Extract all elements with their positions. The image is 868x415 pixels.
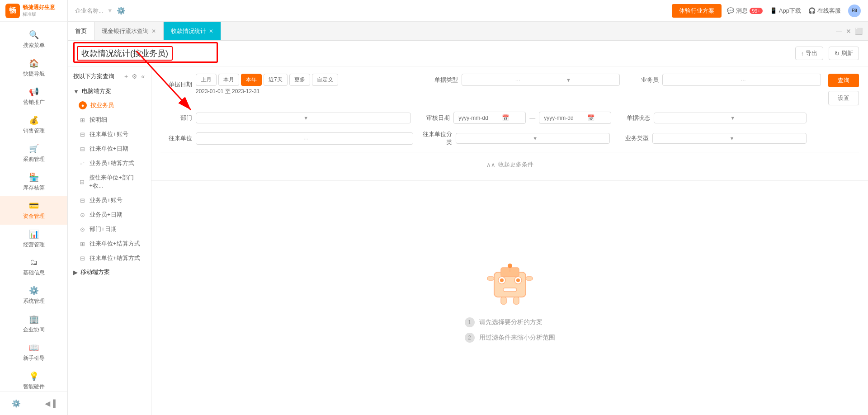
- messages-btn[interactable]: 💬 消息 99+: [727, 7, 763, 15]
- export-btn[interactable]: ↑ 导出: [795, 47, 824, 60]
- topbar-gear[interactable]: ⚙️: [117, 6, 126, 15]
- partner-select[interactable]: ···: [196, 132, 413, 145]
- partner-dots: ···: [303, 135, 406, 142]
- voucher-type-label: 单据类型: [426, 76, 458, 84]
- scheme-item-partner-settlement2[interactable]: ⊟ 往来单位+结算方式: [68, 251, 151, 265]
- trial-btn[interactable]: 体验行业方案: [672, 4, 722, 18]
- sidebar-item-basic[interactable]: 🗂 基础信息: [0, 253, 67, 281]
- sidebar-footer: ⚙️ ◀▐: [0, 391, 67, 415]
- step-2-num: 2: [465, 333, 475, 343]
- sidebar-item-sales[interactable]: 💰 销售管理: [0, 111, 67, 139]
- tab-collection-stat-close[interactable]: ✕: [209, 28, 213, 34]
- query-btn[interactable]: 查询: [828, 74, 859, 87]
- scheme-item-by-detail[interactable]: ⊞ 按明细: [68, 113, 151, 127]
- topbar-nav: 企业名称... ▼ ⚙️: [75, 6, 666, 15]
- desktop-section-label: 电脑端方案: [82, 87, 111, 95]
- tab-bank-flow-close[interactable]: ✕: [151, 28, 156, 34]
- review-date-group: 审核日期 📅 — 📅: [418, 112, 611, 124]
- partner-settlement1-icon: ⊞: [79, 241, 86, 247]
- biz-type-select[interactable]: ▼: [652, 133, 807, 144]
- scheme-list: ● 按业务员 ⊞ 按明细 ⊟ 往来单位+账号 ⊟ 往来单位+日期: [68, 98, 151, 265]
- filter-row-3: 往来单位 ··· 往来单位分类 ▼: [160, 130, 859, 146]
- online-service-btn[interactable]: 🎧 在线客服: [808, 7, 841, 15]
- app-download-btn[interactable]: 📱 App下载: [770, 7, 801, 15]
- sidebar-item-smart[interactable]: 💡 智能硬件: [0, 367, 67, 391]
- scheme-item-dept-date[interactable]: ⊙ 部门+日期: [68, 222, 151, 236]
- sidebar-item-purchase[interactable]: 🛒 采购管理: [0, 139, 67, 168]
- svg-rect-11: [501, 297, 506, 304]
- query-btns: 查询 设置: [828, 74, 859, 105]
- collapse-sidebar-icon[interactable]: ◀▐: [42, 396, 58, 410]
- tab-home[interactable]: 首页: [68, 22, 94, 40]
- tab-collection-stat[interactable]: 收款情况统计 ✕: [164, 22, 221, 40]
- step-1-num: 1: [465, 317, 475, 327]
- scheme-item-partner-dept-collect[interactable]: ⊟ 按往来单位+部门+收...: [68, 170, 151, 193]
- sidebar-item-finance[interactable]: 💳 资金管理: [0, 196, 67, 225]
- sidebar-item-quicknav[interactable]: 🏠 快捷导航: [0, 54, 67, 82]
- scheme-item-partner-date[interactable]: ⊟ 往来单位+日期: [68, 141, 151, 156]
- date-btn-more[interactable]: 更多: [289, 74, 310, 86]
- date-btn-this-month[interactable]: 本月: [218, 74, 239, 86]
- sidebar-item-search[interactable]: 🔍 搜索菜单: [0, 25, 67, 54]
- sidebar-item-marketing[interactable]: 📢 营销推广: [0, 82, 67, 111]
- user-avatar[interactable]: Rit: [848, 5, 861, 17]
- date-btn-7days[interactable]: 近7天: [264, 74, 288, 86]
- close-window-icon[interactable]: ✕: [846, 28, 851, 35]
- content-area: 按以下方案查询 + ⚙ « ▼ 电脑端方案 ● 按业务员: [68, 66, 868, 415]
- collapse-scheme-btn[interactable]: «: [140, 72, 146, 81]
- operation-icon: 📊: [29, 229, 39, 239]
- gear-scheme-btn[interactable]: ⚙: [131, 72, 138, 81]
- date-btn-this-year[interactable]: 本年: [241, 74, 262, 86]
- biz-type-label: 业务类型: [617, 134, 649, 142]
- sidebar-item-enterprise[interactable]: 🏢 企业协同: [0, 310, 67, 338]
- scheme-item-salesman-settlement[interactable]: ㎡ 业务员+结算方式: [68, 156, 151, 170]
- tab-collection-stat-label: 收款情况统计: [171, 27, 206, 35]
- sidebar-item-system[interactable]: ⚙️ 系统管理: [0, 281, 67, 310]
- date-btn-custom[interactable]: 自定义: [312, 74, 338, 86]
- partner-classify-select[interactable]: ▼: [456, 133, 610, 144]
- collapse-btn[interactable]: ∧∧ 收起更多条件: [482, 156, 538, 173]
- voucher-type-chevron: ▼: [566, 77, 615, 83]
- review-date-end-input[interactable]: [544, 115, 585, 121]
- minimize-icon[interactable]: —: [836, 28, 842, 35]
- set-btn[interactable]: 设置: [828, 91, 859, 105]
- sidebar-label-sales: 销售管理: [23, 127, 45, 135]
- filter-row-2: 部门 ▼ 审核日期 📅 —: [160, 112, 859, 124]
- mobile-section[interactable]: ▶ 移动端方案: [68, 265, 151, 279]
- partner-classify-chevron: ▼: [533, 136, 605, 141]
- tab-bank-flow[interactable]: 现金银行流水查询 ✕: [94, 22, 164, 40]
- sidebar-nav: 🔍 搜索菜单 🏠 快捷导航 📢 营销推广 💰 销售管理 🛒 采购管理 🏪: [0, 22, 67, 391]
- refresh-label: 刷新: [841, 49, 853, 57]
- app-container: 畅 畅捷通好生意 标准版 🔍 搜索菜单 🏠 快捷导航 📢 营销推广 💰: [0, 0, 868, 415]
- scheme-item-partner-settlement1[interactable]: ⊞ 往来单位+结算方式: [68, 236, 151, 251]
- refresh-btn[interactable]: ↻ 刷新: [829, 47, 859, 60]
- sidebar-item-guide[interactable]: 📖 新手引导: [0, 338, 67, 367]
- scheme-item-by-salesman[interactable]: ● 按业务员: [68, 98, 151, 113]
- settings-footer-icon[interactable]: ⚙️: [9, 396, 24, 410]
- review-date-start[interactable]: 📅: [453, 112, 526, 124]
- partner-label: 往来单位: [160, 134, 192, 142]
- calendar-start-icon: 📅: [502, 114, 509, 121]
- sidebar-item-operation[interactable]: 📊 经营管理: [0, 225, 67, 253]
- salesman-account-icon: ⊟: [79, 197, 86, 204]
- scheme-item-salesman-date[interactable]: ⊙ 业务员+日期: [68, 208, 151, 222]
- add-scheme-btn[interactable]: +: [123, 72, 129, 81]
- active-dot-icon: ●: [79, 101, 87, 109]
- scheme-item-partner-account[interactable]: ⊟ 往来单位+账号: [68, 127, 151, 141]
- maximize-icon[interactable]: ⬜: [855, 28, 863, 35]
- voucher-type-select[interactable]: ··· ▼: [462, 74, 620, 86]
- review-date-end[interactable]: 📅: [539, 112, 611, 124]
- messages-label: 消息: [736, 7, 748, 15]
- scheme-item-salesman-account[interactable]: ⊟ 业务员+账号: [68, 193, 151, 208]
- sidebar-item-warehouse[interactable]: 🏪 库存核算: [0, 168, 67, 196]
- mobile-section-arrow: ▶: [73, 269, 78, 276]
- review-date-start-input[interactable]: [458, 115, 499, 121]
- dept-select[interactable]: ▼: [196, 113, 411, 123]
- svg-rect-10: [526, 277, 533, 280]
- scheme-item-by-detail-label: 按明细: [90, 116, 107, 124]
- salesman-select[interactable]: ···: [662, 74, 821, 86]
- voucher-status-group: 单据状态 ▼: [618, 113, 807, 123]
- voucher-status-select[interactable]: ▼: [654, 113, 807, 123]
- desktop-section[interactable]: ▼ 电脑端方案: [68, 85, 151, 98]
- date-btn-last-month[interactable]: 上月: [196, 74, 217, 86]
